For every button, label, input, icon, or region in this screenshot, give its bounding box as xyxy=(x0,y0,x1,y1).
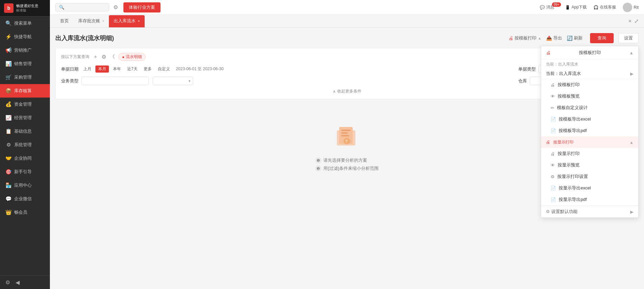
message-button[interactable]: 💬 消息 99+ xyxy=(540,4,558,10)
tab-flow-label: 出入库流水 xyxy=(114,18,136,24)
topbar-right: 💬 消息 99+ 📱 App下载 🎧 在线客服 Rit xyxy=(540,3,639,12)
message-icon: 💬 xyxy=(540,5,545,10)
tab-home[interactable]: 首页 xyxy=(55,15,74,27)
dropdown-display-export-pdf[interactable]: 📄 按显示导出pdf xyxy=(541,194,638,205)
collapse-sidebar-icon[interactable]: ◀ xyxy=(16,279,20,286)
date-opt-custom[interactable]: 自定义 xyxy=(156,65,172,73)
filter-label: 按以下方案查询 xyxy=(61,54,89,60)
date-opt-last-month[interactable]: 上月 xyxy=(81,65,93,73)
sidebar-item-sales[interactable]: 📊 销售管理 xyxy=(0,57,50,71)
sidebar-item-operation[interactable]: 📈 经营管理 xyxy=(0,111,50,125)
app-edition: 标准版 xyxy=(16,8,38,13)
template-preview-icon: 👁 xyxy=(551,94,555,99)
basic-icon: 📋 xyxy=(5,128,11,134)
dropdown-template-section: 🖨 按模板打印 👁 按模板预览 ✏ 模板自定义设计 📄 按模板导出excel 📄 xyxy=(541,79,638,137)
sidebar-item-app-center[interactable]: 🏪 应用中心 xyxy=(0,179,50,192)
tab-batch-close-icon[interactable]: × xyxy=(102,19,104,23)
business-type-select[interactable] xyxy=(153,77,193,85)
business-type-input[interactable] xyxy=(81,77,149,85)
dropdown-template-custom[interactable]: ✏ 模板自定义设计 xyxy=(541,102,638,113)
print-button[interactable]: 🖨 按模板打印 ▲ xyxy=(508,35,541,41)
sidebar-item-inventory[interactable]: 📦 库存核算 xyxy=(0,84,50,98)
dropdown-display-preview[interactable]: 👁 按显示预览 xyxy=(541,159,638,171)
app-download-button[interactable]: 📱 App下载 xyxy=(565,4,587,10)
fullscreen-icon[interactable]: ⤢ xyxy=(634,18,639,24)
content-area: 出入库流水(流水明细) 🖨 按模板打印 ▲ 📤 导出 🔄 刷新 查询 设置 xyxy=(50,28,644,289)
display-pdf-icon: 📄 xyxy=(551,197,556,202)
dropdown-template-export-pdf[interactable]: 📄 按模板导出pdf xyxy=(541,125,638,136)
collapse-button[interactable]: ∧ 收起更多条件 xyxy=(333,88,361,94)
dropdown-display-section-header[interactable]: 🖨 按显示打印 ▲ xyxy=(541,137,638,148)
dropdown-template-export-excel[interactable]: 📄 按模板导出excel xyxy=(541,113,638,125)
footer-settings-icon: ⚙ xyxy=(546,209,550,214)
sidebar-item-wechat[interactable]: 💬 企业微信 xyxy=(0,192,50,206)
date-opt-7days[interactable]: 近7天 xyxy=(125,65,140,73)
refresh-button[interactable]: 🔄 刷新 xyxy=(567,35,583,41)
date-opt-current-month[interactable]: 本月 xyxy=(95,65,109,73)
sidebar-item-finance[interactable]: 💰 资金管理 xyxy=(0,98,50,111)
warehouse-label: 仓库 xyxy=(518,78,527,84)
query-button[interactable]: 查询 xyxy=(590,33,614,43)
solution-button[interactable]: 体验行业方案 xyxy=(123,2,160,12)
close-all-tabs-icon[interactable]: × xyxy=(628,18,632,24)
sidebar-item-label: 快捷导航 xyxy=(14,34,32,40)
settings-bottom-icon[interactable]: ⚙ xyxy=(5,279,10,286)
sidebar-item-collab[interactable]: 🤝 企业协同 xyxy=(0,152,50,165)
dropdown-display-print[interactable]: 🖨 按显示打印 xyxy=(541,148,638,159)
sidebar-item-quick-nav[interactable]: ⚡ 快捷导航 xyxy=(0,30,50,44)
topbar-search-icon: 🔍 xyxy=(59,5,64,10)
user-name: Rit xyxy=(634,5,639,10)
footer-label: 设置默认功能 xyxy=(551,209,578,214)
sidebar-item-guide[interactable]: 🎯 新手引导 xyxy=(0,165,50,179)
dropdown-display-export-excel[interactable]: 📄 按显示导出excel xyxy=(541,182,638,194)
display-section-icon: 🖨 xyxy=(546,139,550,144)
topbar-search-box[interactable]: 🔍 xyxy=(55,3,109,11)
dropdown-footer[interactable]: ⚙ 设置默认功能 ▶ xyxy=(541,206,638,217)
tab-flow[interactable]: 出入库流水 × xyxy=(109,15,144,27)
dropdown-collapse-icon[interactable]: ▲ xyxy=(629,50,634,55)
sidebar-item-basic[interactable]: 📋 基础信息 xyxy=(0,125,50,138)
sidebar-item-marketing[interactable]: 📢 营销推广 xyxy=(0,44,50,57)
footer-arrow-icon: ▶ xyxy=(630,209,634,214)
current-item-arrow: ▶ xyxy=(630,71,634,76)
date-options: 上月 本月 本年 近7天 更多 自定义 2023-06-01 至 2023-06… xyxy=(81,65,224,73)
filter-tag[interactable]: ● 流水明细 xyxy=(118,53,146,61)
online-service-icon: 🎧 xyxy=(593,5,598,10)
online-service-button[interactable]: 🎧 在线客服 xyxy=(593,4,616,10)
sidebar-item-search[interactable]: 🔍 搜索菜单 xyxy=(0,17,50,30)
dropdown-template-print[interactable]: 🖨 按模板打印 xyxy=(541,79,638,90)
print-dropdown-icon[interactable]: ▲ xyxy=(538,36,541,40)
sidebar-item-vip[interactable]: 👑 畅会员 xyxy=(0,206,50,219)
sidebar-item-label: 搜索菜单 xyxy=(14,20,32,26)
sidebar-logo: b 畅捷通好生意 标准版 xyxy=(0,0,50,17)
topbar-search-input[interactable] xyxy=(66,5,104,10)
app-name: 畅捷通好生意 xyxy=(16,3,38,8)
collapse-icon: ∧ xyxy=(333,89,336,94)
app-download-label: App下载 xyxy=(572,4,587,10)
sidebar-item-label: 采购管理 xyxy=(14,74,32,80)
dropdown-template-preview[interactable]: 👁 按模板预览 xyxy=(541,90,638,102)
tab-batch-ledger[interactable]: 库存批次账 × xyxy=(74,15,109,27)
sidebar-item-system[interactable]: ⚙ 系统管理 xyxy=(0,138,50,152)
dropdown-header-icon: 🖨 xyxy=(546,50,551,55)
template-excel-label: 按模板导出excel xyxy=(559,116,591,122)
filter-collapse-icon[interactable]: 《 xyxy=(110,53,115,60)
sidebar-nav: 🔍 搜索菜单 ⚡ 快捷导航 📢 营销推广 📊 销售管理 🛒 采购管理 📦 库存核… xyxy=(0,17,50,275)
tab-flow-close-icon[interactable]: × xyxy=(138,19,140,23)
filter-settings-icon[interactable]: ⚙ xyxy=(101,54,106,60)
settings-button[interactable]: 设置 xyxy=(618,33,639,43)
user-profile[interactable]: Rit xyxy=(623,3,639,12)
dropdown-display-section: 🖨 按显示打印 ▲ 🖨 按显示打印 👁 按显示预览 ⚙ 按显示打印设置 xyxy=(541,137,638,206)
date-opt-current-year[interactable]: 本年 xyxy=(111,65,123,73)
sidebar-item-label: 应用中心 xyxy=(14,182,32,188)
sidebar-item-purchase[interactable]: 🛒 采购管理 xyxy=(0,71,50,84)
date-opt-more[interactable]: 更多 xyxy=(142,65,154,73)
topbar-gear-icon[interactable]: ⚙ xyxy=(113,4,118,10)
sidebar-item-label: 营销推广 xyxy=(14,47,32,53)
filter-tag-label: 流水明细 xyxy=(126,54,142,60)
filter-add-icon[interactable]: ＋ xyxy=(93,53,98,60)
sidebar-item-label: 企业微信 xyxy=(14,196,32,202)
empty-tips: ❶ 请先选择要分析的方案 ❷ 用[过滤]条件来缩小分析范围 xyxy=(315,157,378,174)
dropdown-display-settings[interactable]: ⚙ 按显示打印设置 xyxy=(541,171,638,182)
export-button[interactable]: 📤 导出 xyxy=(546,35,562,41)
